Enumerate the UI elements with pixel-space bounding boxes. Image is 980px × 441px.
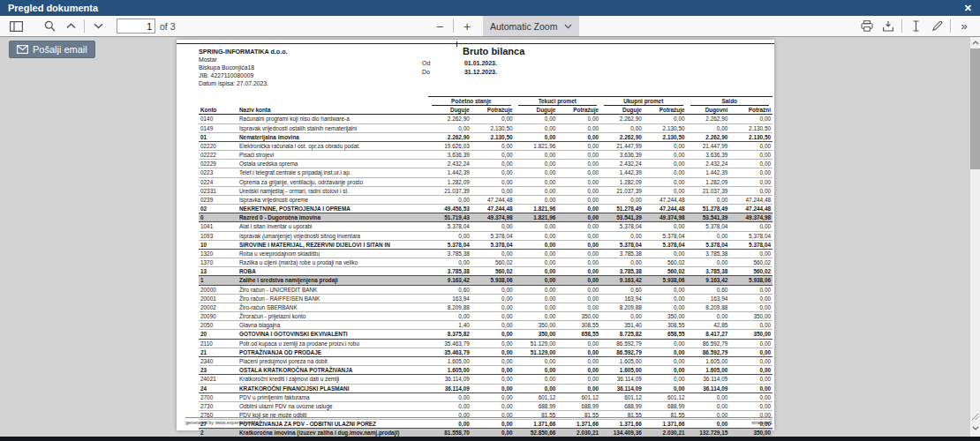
close-icon[interactable]: ✕: [964, 3, 972, 14]
next-page-icon[interactable]: [87, 18, 109, 35]
sidebar-toggle-icon[interactable]: [5, 18, 26, 35]
draw-pencil-icon[interactable]: [926, 18, 947, 35]
cell-value: 0,00: [644, 356, 687, 365]
cell-value: 688,99: [600, 401, 644, 410]
cell-value: 0,00: [557, 213, 600, 222]
toolbar-divider: [84, 19, 85, 33]
toolbar-divider: [901, 19, 902, 33]
cell-value: 1,40: [428, 321, 471, 330]
cell-value: 601,12: [557, 392, 600, 401]
table-row: 1320Roba u veleprodajnom skladištu3.785,…: [199, 249, 773, 258]
send-email-button[interactable]: Pošalji email: [9, 41, 95, 58]
cell-value: 36.114,09: [600, 375, 644, 384]
cell-value: 0,00: [515, 186, 558, 195]
cell-naziv: Roba u veleprodajnom skladištu: [237, 249, 428, 258]
cell-value: 0,00: [644, 151, 687, 160]
scroll-up-icon[interactable]: [970, 37, 980, 49]
cell-value: 0,00: [557, 151, 600, 160]
zoom-out-button[interactable]: −: [429, 18, 450, 35]
cell-value: 36.114,09: [428, 375, 471, 384]
horizontal-scrollbar[interactable]: [0, 437, 980, 441]
cell-naziv: POTRAŽIVANJA OD PRODAJE: [237, 348, 428, 356]
cell-value: 0,00: [729, 151, 773, 160]
table-row: 20000Žiro račun - UNICREDIT BANK0,600,00…: [199, 285, 773, 294]
cell-value: 0,00: [515, 222, 558, 231]
cell-value: 0,00: [428, 231, 471, 240]
page-topline: [177, 43, 774, 44]
cell-value: 0,00: [515, 249, 558, 258]
page-footer: generated by www.experticloud.biz strani…: [185, 417, 773, 425]
download-icon[interactable]: [878, 18, 899, 35]
group-header-spacer: [199, 97, 428, 107]
scroll-down-icon[interactable]: [970, 422, 980, 434]
cell-konto: 24: [199, 384, 237, 392]
cell-value: 0,00: [729, 321, 773, 330]
toolbar-overflow-button[interactable]: »: [954, 18, 975, 35]
cell-naziv: Alat i sitan inventar u uporabi: [237, 222, 428, 231]
envelope-icon: [17, 45, 28, 54]
vertical-scrollbar[interactable]: [970, 37, 980, 437]
viewer-content: Pošalji email SPRING-INFORMATIKA d.o.o. …: [0, 37, 980, 437]
cell-value: 1.821,96: [515, 141, 558, 150]
cell-value: 9.163,42: [600, 276, 644, 285]
table-row: 20002Žiro-račun SBERBANK8.209,880,000,00…: [199, 303, 773, 311]
cell-value: 8.417,27: [687, 330, 730, 339]
cell-naziv: ROBA: [237, 267, 428, 276]
column-header: Potražuje: [471, 106, 515, 115]
table-row: 02331Uredski namještaj - ormari, radni s…: [199, 186, 773, 195]
table-row: 2730Odbitni ulazni PDV na uvozne usluge0…: [199, 401, 773, 410]
scrollbar-thumb[interactable]: [970, 49, 980, 169]
cell-value: 0,00: [515, 160, 558, 168]
previous-page-icon[interactable]: [60, 18, 81, 35]
cell-konto: 21: [199, 348, 237, 356]
cell-value: 2.262,90: [600, 132, 644, 141]
cell-naziv: Nematerijalna imovina: [237, 132, 428, 141]
cell-naziv: Razlika u cijeni (marža) robe u prodaji …: [237, 258, 428, 267]
print-icon[interactable]: [856, 18, 878, 35]
cell-konto: 01: [199, 132, 237, 141]
cell-value: 36.114,09: [687, 375, 730, 384]
cell-value: 47.244,48: [644, 195, 687, 204]
cell-value: 3.785,38: [687, 267, 730, 276]
cell-value: 688,99: [557, 401, 600, 410]
cell-value: 0,00: [729, 186, 773, 195]
cell-konto: 2700: [199, 392, 237, 401]
text-selection-icon[interactable]: [905, 18, 926, 35]
zoom-select[interactable]: Automatic Zoom: [483, 16, 579, 36]
cell-value: 0,00: [644, 141, 687, 150]
cell-value: 601,12: [600, 392, 644, 401]
cell-naziv: Pisaći strojevi: [237, 151, 428, 160]
cell-value: 0,00: [644, 384, 687, 392]
cell-value: 0,00: [687, 392, 730, 401]
cell-value: 308,55: [557, 321, 600, 330]
resize-grip-icon[interactable]: [971, 413, 979, 421]
cell-value: 1.605,00: [687, 356, 730, 365]
cell-value: 0,00: [644, 186, 687, 195]
column-header: Duguje: [428, 106, 471, 115]
cell-value: 0,00: [471, 285, 515, 294]
cell-value: 0,00: [471, 303, 515, 311]
cell-value: 0,00: [515, 375, 558, 384]
company-block: SPRING-INFORMATIKA d.o.o. Mostar Biskupa…: [199, 48, 288, 87]
cell-value: 0,00: [515, 115, 558, 123]
zoom-in-button[interactable]: +: [456, 18, 478, 35]
cell-value: 350,00: [729, 330, 773, 339]
cell-value: 86.592,79: [687, 348, 730, 356]
cell-value: 51.129,00: [515, 339, 558, 348]
cell-konto: 02229: [199, 160, 237, 168]
cell-value: 0,00: [471, 168, 515, 177]
table-row: 1093Ispravak (umanjenje) vrijednosti sit…: [199, 231, 773, 240]
cell-value: 1.282,09: [428, 177, 471, 186]
cell-value: 0,00: [515, 312, 558, 321]
cell-value: 21.037,39: [428, 186, 471, 195]
page-number-input[interactable]: [117, 19, 155, 34]
cell-value: 2.262,90: [687, 115, 730, 123]
cell-value: 0,00: [600, 231, 644, 240]
cell-value: 560,02: [644, 258, 687, 267]
cell-value: 5.938,06: [729, 276, 773, 285]
search-icon[interactable]: [39, 18, 60, 35]
table-row: 21POTRAŽIVANJA OD PRODAJE35.463,790,0051…: [199, 348, 773, 356]
cell-value: 47.244,48: [729, 195, 773, 204]
cell-value: 9.163,42: [428, 276, 471, 285]
table-row: 0224Oprema za grijanje, ventilaciju, odr…: [199, 177, 773, 186]
